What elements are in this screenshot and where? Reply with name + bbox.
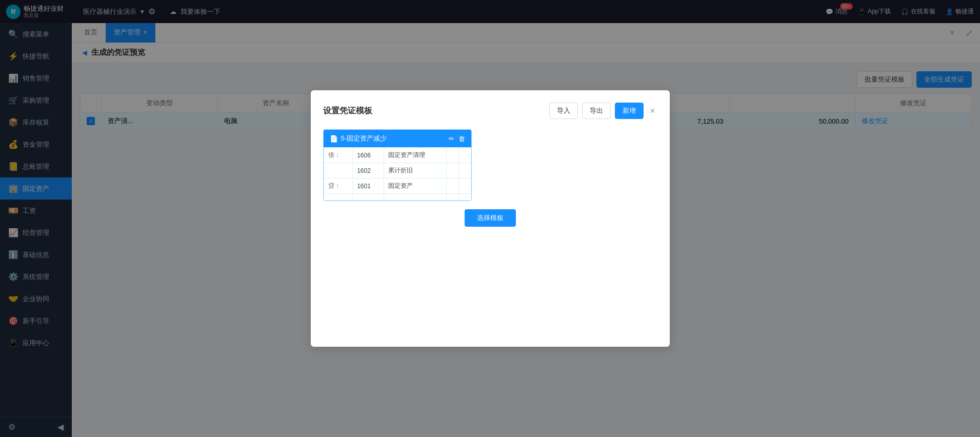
template-edit-icon[interactable]: ✏ [449,135,454,143]
export-btn[interactable]: 导出 [582,103,611,119]
template-full-name: 5-固定资产减少 [341,134,387,143]
debit-code-2: 1602 [353,163,384,178]
modal-title: 设置凭证模板 [323,106,372,116]
debit-name-1: 固定资产清理 [384,148,447,163]
debit-amount-1 [447,148,458,163]
debit-amount-2 [447,163,458,178]
credit-label: 贷： [324,178,353,194]
template-card: 📄 5-固定资产减少 ✏ 🗑 借： 1606 固定资产清理 [323,129,472,201]
template-debit-row-1: 借： 1606 固定资产清理 [324,148,471,163]
template-delete-icon[interactable]: 🗑 [458,135,465,143]
template-doc-icon: 📄 [330,135,338,143]
debit-label: 借： [324,148,353,163]
template-name: 固定资产减少 [347,134,387,142]
modal-header-actions: 导入 导出 新增 × [549,103,657,119]
template-credit-row-1: 贷： 1601 固定资产 [324,178,471,194]
credit-extra-1 [458,178,471,194]
select-template-btn[interactable]: 选择模板 [465,209,516,227]
modal-header: 设置凭证模板 导入 导出 新增 × [323,103,657,119]
debit-extra-2 [458,163,471,178]
credit-name-1: 固定资产 [384,178,447,194]
debit-code-1: 1606 [353,148,384,163]
debit-name-2: 累计折旧 [384,163,447,178]
modal-close-btn[interactable]: × [648,106,657,115]
modal-overlay[interactable]: 设置凭证模板 导入 导出 新增 × 📄 5-固定资产减少 ✏ 🗑 [0,0,980,437]
debit-label-2 [324,163,353,178]
template-title-area: 📄 5-固定资产减少 [330,134,387,143]
template-debit-row-2: 1602 累计折旧 [324,163,471,178]
credit-code-1: 1601 [353,178,384,194]
template-empty-row [324,194,471,201]
import-btn[interactable]: 导入 [549,103,578,119]
template-card-actions: ✏ 🗑 [449,135,465,143]
template-card-header: 📄 5-固定资产减少 ✏ 🗑 [324,130,471,147]
debit-extra-1 [458,148,471,163]
modal-set-template: 设置凭证模板 导入 导出 新增 × 📄 5-固定资产减少 ✏ 🗑 [311,90,670,347]
credit-amount-1 [447,178,458,194]
template-id: 5 [341,134,345,142]
template-table: 借： 1606 固定资产清理 1602 累计折旧 贷： [324,147,471,201]
new-btn[interactable]: 新增 [615,103,644,119]
